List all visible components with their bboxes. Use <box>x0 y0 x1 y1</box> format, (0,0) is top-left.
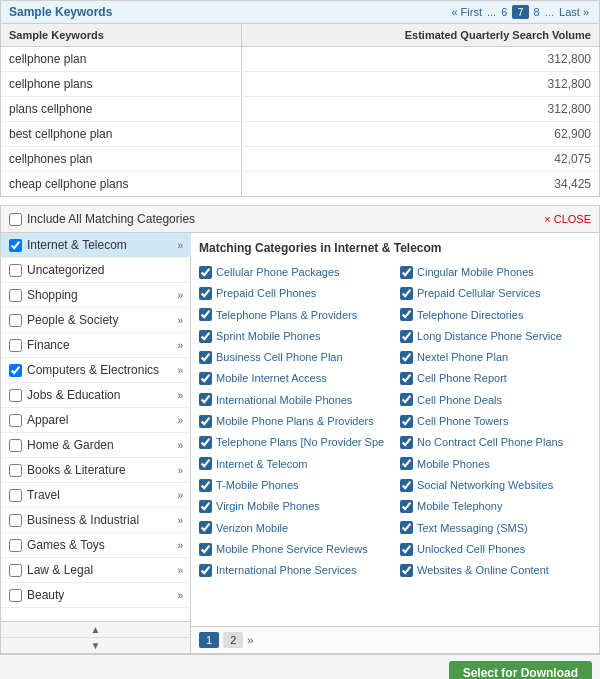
close-button[interactable]: × CLOSE <box>544 213 591 225</box>
matching-item-right-10[interactable]: Social Networking Websites <box>400 476 591 494</box>
matching-checkbox-right-12[interactable] <box>400 521 413 534</box>
matching-checkbox-right-7[interactable] <box>400 415 413 428</box>
matching-checkbox-left-13[interactable] <box>199 543 212 556</box>
sidebar-checkbox-books-literature[interactable] <box>9 464 22 477</box>
matching-checkbox-left-14[interactable] <box>199 564 212 577</box>
matching-checkbox-left-6[interactable] <box>199 393 212 406</box>
matching-checkbox-left-3[interactable] <box>199 330 212 343</box>
matching-item-left-12[interactable]: Verizon Mobile <box>199 519 390 537</box>
pagination-last[interactable]: Last » <box>559 6 589 18</box>
scroll-up-arrow[interactable]: ▲ <box>1 622 190 638</box>
matching-checkbox-right-10[interactable] <box>400 479 413 492</box>
matching-item-right-9[interactable]: Mobile Phones <box>400 455 591 473</box>
sidebar-item-shopping[interactable]: Shopping» <box>1 283 191 308</box>
matching-item-left-7[interactable]: Mobile Phone Plans & Providers <box>199 412 390 430</box>
matching-item-right-5[interactable]: Cell Phone Report <box>400 369 591 387</box>
matching-item-left-3[interactable]: Sprint Mobile Phones <box>199 327 390 345</box>
matching-item-right-14[interactable]: Websites & Online Content <box>400 561 591 579</box>
sidebar-item-finance[interactable]: Finance» <box>1 333 191 358</box>
matching-item-left-10[interactable]: T-Mobile Phones <box>199 476 390 494</box>
matching-item-left-0[interactable]: Cellular Phone Packages <box>199 263 390 281</box>
page-next[interactable]: » <box>247 634 253 646</box>
sidebar-checkbox-people-society[interactable] <box>9 314 22 327</box>
matching-item-right-13[interactable]: Unlocked Cell Phones <box>400 540 591 558</box>
page-btn-2[interactable]: 2 <box>223 632 243 648</box>
pagination-first[interactable]: « First <box>451 6 482 18</box>
pagination-page-8[interactable]: 8 <box>534 6 540 18</box>
matching-item-right-6[interactable]: Cell Phone Deals <box>400 391 591 409</box>
matching-checkbox-right-9[interactable] <box>400 457 413 470</box>
sidebar-item-books-literature[interactable]: Books & Literature» <box>1 458 191 483</box>
include-all-label[interactable]: Include All Matching Categories <box>9 212 195 226</box>
matching-item-left-4[interactable]: Business Cell Phone Plan <box>199 348 390 366</box>
sidebar-item-home-garden[interactable]: Home & Garden» <box>1 433 191 458</box>
sidebar-checkbox-travel[interactable] <box>9 489 22 502</box>
sidebar-checkbox-computers-electronics[interactable] <box>9 364 22 377</box>
matching-checkbox-left-10[interactable] <box>199 479 212 492</box>
matching-item-right-0[interactable]: Cingular Mobile Phones <box>400 263 591 281</box>
sidebar-checkbox-finance[interactable] <box>9 339 22 352</box>
sidebar-item-apparel[interactable]: Apparel» <box>1 408 191 433</box>
sidebar-item-law-legal[interactable]: Law & Legal» <box>1 558 191 583</box>
matching-checkbox-right-6[interactable] <box>400 393 413 406</box>
matching-item-left-9[interactable]: Internet & Telecom <box>199 455 390 473</box>
include-all-checkbox[interactable] <box>9 213 22 226</box>
matching-checkbox-right-3[interactable] <box>400 330 413 343</box>
matching-checkbox-left-4[interactable] <box>199 351 212 364</box>
matching-checkbox-left-12[interactable] <box>199 521 212 534</box>
matching-checkbox-left-8[interactable] <box>199 436 212 449</box>
matching-checkbox-left-5[interactable] <box>199 372 212 385</box>
sidebar-checkbox-apparel[interactable] <box>9 414 22 427</box>
matching-item-left-8[interactable]: Telephone Plans [No Provider Spe <box>199 433 390 451</box>
matching-checkbox-left-2[interactable] <box>199 308 212 321</box>
sidebar-item-business-industrial[interactable]: Business & Industrial» <box>1 508 191 533</box>
matching-item-right-2[interactable]: Telephone Directories <box>400 306 591 324</box>
sidebar-checkbox-law-legal[interactable] <box>9 564 22 577</box>
matching-item-left-6[interactable]: International Mobile Phones <box>199 391 390 409</box>
matching-checkbox-left-11[interactable] <box>199 500 212 513</box>
matching-item-left-11[interactable]: Virgin Mobile Phones <box>199 497 390 515</box>
sidebar-checkbox-internet-telecom[interactable] <box>9 239 22 252</box>
matching-checkbox-left-9[interactable] <box>199 457 212 470</box>
matching-checkbox-right-2[interactable] <box>400 308 413 321</box>
matching-checkbox-left-0[interactable] <box>199 266 212 279</box>
matching-checkbox-right-11[interactable] <box>400 500 413 513</box>
sidebar-item-internet-telecom[interactable]: Internet & Telecom» <box>1 233 191 258</box>
matching-checkbox-right-0[interactable] <box>400 266 413 279</box>
scroll-down-arrow[interactable]: ▼ <box>1 638 190 653</box>
sidebar-checkbox-shopping[interactable] <box>9 289 22 302</box>
sidebar-item-computers-electronics[interactable]: Computers & Electronics» <box>1 358 191 383</box>
matching-item-right-1[interactable]: Prepaid Cellular Services <box>400 284 591 302</box>
matching-item-right-3[interactable]: Long Distance Phone Service <box>400 327 591 345</box>
sidebar-item-beauty[interactable]: Beauty» <box>1 583 191 608</box>
matching-item-left-14[interactable]: International Phone Services <box>199 561 390 579</box>
matching-item-right-4[interactable]: Nextel Phone Plan <box>400 348 591 366</box>
sidebar-item-people-society[interactable]: People & Society» <box>1 308 191 333</box>
matching-checkbox-right-13[interactable] <box>400 543 413 556</box>
matching-checkbox-right-4[interactable] <box>400 351 413 364</box>
page-btn-1[interactable]: 1 <box>199 632 219 648</box>
matching-checkbox-right-8[interactable] <box>400 436 413 449</box>
matching-item-left-13[interactable]: Mobile Phone Service Reviews <box>199 540 390 558</box>
matching-checkbox-right-1[interactable] <box>400 287 413 300</box>
matching-checkbox-right-14[interactable] <box>400 564 413 577</box>
matching-item-right-8[interactable]: No Contract Cell Phone Plans <box>400 433 591 451</box>
sidebar-item-uncategorized[interactable]: Uncategorized <box>1 258 191 283</box>
matching-checkbox-left-1[interactable] <box>199 287 212 300</box>
sidebar-checkbox-games-toys[interactable] <box>9 539 22 552</box>
sidebar-item-travel[interactable]: Travel» <box>1 483 191 508</box>
pagination-page-6[interactable]: 6 <box>501 6 507 18</box>
sidebar-checkbox-home-garden[interactable] <box>9 439 22 452</box>
sidebar-item-jobs-education[interactable]: Jobs & Education» <box>1 383 191 408</box>
matching-item-right-12[interactable]: Text Messaging (SMS) <box>400 519 591 537</box>
matching-item-left-2[interactable]: Telephone Plans & Providers <box>199 306 390 324</box>
matching-checkbox-left-7[interactable] <box>199 415 212 428</box>
select-download-button[interactable]: Select for Download <box>449 661 592 679</box>
matching-item-left-5[interactable]: Mobile Internet Access <box>199 369 390 387</box>
sidebar-checkbox-uncategorized[interactable] <box>9 264 22 277</box>
matching-item-right-7[interactable]: Cell Phone Towers <box>400 412 591 430</box>
sidebar-checkbox-jobs-education[interactable] <box>9 389 22 402</box>
sidebar-item-games-toys[interactable]: Games & Toys» <box>1 533 191 558</box>
matching-item-right-11[interactable]: Mobile Telephony <box>400 497 591 515</box>
sidebar-checkbox-business-industrial[interactable] <box>9 514 22 527</box>
